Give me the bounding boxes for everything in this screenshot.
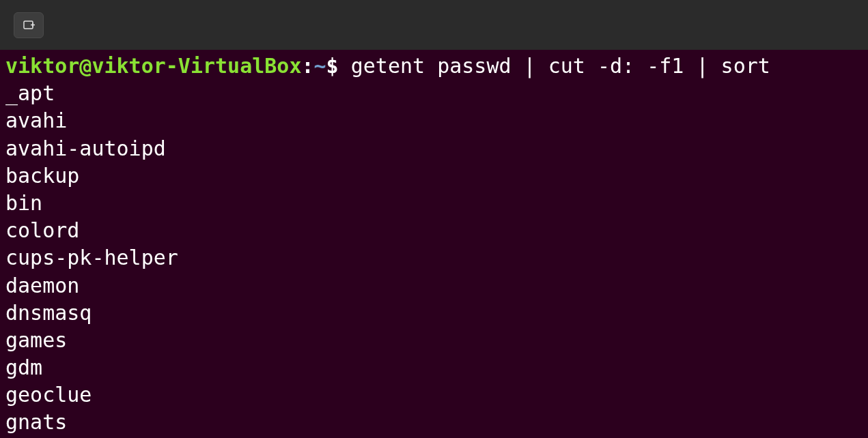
- output-line: dnsmasq: [5, 300, 863, 327]
- new-tab-button[interactable]: [14, 12, 44, 38]
- titlebar: [0, 0, 868, 50]
- output-line: bin: [5, 190, 863, 217]
- prompt-line: viktor@viktor-VirtualBox:~$ getent passw…: [5, 53, 863, 80]
- output-line: colord: [5, 217, 863, 244]
- output-line: daemon: [5, 272, 863, 300]
- output-line: gdm: [5, 354, 863, 381]
- output-line: cups-pk-helper: [5, 244, 863, 272]
- terminal-body[interactable]: viktor@viktor-VirtualBox:~$ getent passw…: [0, 50, 868, 438]
- output-line: backup: [5, 162, 863, 190]
- prompt-symbol: $: [326, 54, 339, 78]
- prompt-separator: :: [301, 54, 313, 78]
- output-line: _apt: [5, 80, 863, 107]
- prompt-user-host: viktor@viktor-VirtualBox: [5, 54, 301, 78]
- output-line: gnats: [5, 409, 863, 436]
- output-line: games: [5, 327, 863, 354]
- prompt-command: getent passwd | cut -d: -f1 | sort: [339, 54, 770, 78]
- output-line: avahi-autoipd: [5, 135, 863, 162]
- terminal-output: _aptavahiavahi-autoipdbackupbincolordcup…: [5, 80, 863, 436]
- prompt-path: ~: [314, 54, 326, 78]
- output-line: geoclue: [5, 381, 863, 409]
- output-line: avahi: [5, 107, 863, 134]
- new-tab-icon: [22, 18, 36, 32]
